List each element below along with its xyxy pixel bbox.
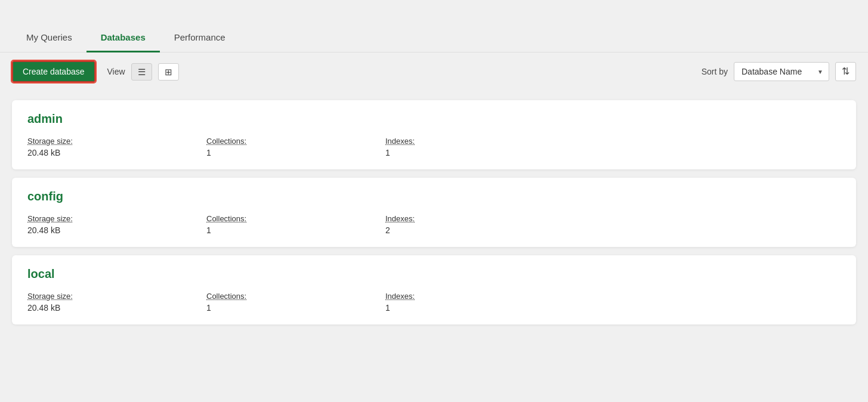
collections-label: Collections: bbox=[206, 137, 385, 146]
list-view-button[interactable]: ☰ bbox=[131, 63, 152, 81]
collections-stat: Collections: 1 bbox=[206, 292, 385, 313]
collections-stat: Collections: 1 bbox=[206, 137, 385, 157]
indexes-stat: Indexes: 1 bbox=[385, 137, 564, 157]
database-card: admin Storage size: 20.48 kB Collections… bbox=[12, 100, 856, 169]
sort-by-label: Sort by bbox=[702, 67, 728, 76]
sort-section: Sort by Database Name Size Collections ⇅ bbox=[702, 62, 856, 81]
collections-stat: Collections: 1 bbox=[206, 214, 385, 235]
database-stats: Storage size: 20.48 kB Collections: 1 In… bbox=[27, 214, 841, 235]
create-database-button[interactable]: Create database bbox=[12, 61, 95, 82]
collections-value: 1 bbox=[206, 148, 385, 157]
collections-label: Collections: bbox=[206, 214, 385, 223]
tab-performance[interactable]: Performance bbox=[160, 24, 240, 52]
window-controls bbox=[825, 0, 868, 12]
database-name[interactable]: config bbox=[27, 190, 841, 203]
tab-my-queries[interactable]: My Queries bbox=[12, 24, 87, 52]
content-area: admin Storage size: 20.48 kB Collections… bbox=[0, 91, 868, 402]
indexes-stat: Indexes: 2 bbox=[385, 214, 564, 235]
app-container: My Queries Databases Performance Create … bbox=[0, 0, 868, 402]
toolbar: Create database View ☰ ⊞ Sort by Databas… bbox=[0, 52, 868, 91]
sort-direction-button[interactable]: ⇅ bbox=[835, 62, 856, 81]
storage-size-stat: Storage size: 20.48 kB bbox=[27, 214, 206, 235]
indexes-stat: Indexes: 1 bbox=[385, 292, 564, 313]
indexes-value: 1 bbox=[385, 148, 564, 157]
database-card: config Storage size: 20.48 kB Collection… bbox=[12, 178, 856, 247]
storage-size-stat: Storage size: 20.48 kB bbox=[27, 137, 206, 157]
collections-label: Collections: bbox=[206, 292, 385, 301]
storage-size-label: Storage size: bbox=[27, 214, 206, 223]
indexes-value: 1 bbox=[385, 303, 564, 313]
indexes-label: Indexes: bbox=[385, 137, 564, 146]
storage-size-value: 20.48 kB bbox=[27, 225, 206, 235]
view-label: View bbox=[107, 67, 125, 76]
collections-value: 1 bbox=[206, 225, 385, 235]
storage-size-label: Storage size: bbox=[27, 137, 206, 146]
storage-size-stat: Storage size: 20.48 kB bbox=[27, 292, 206, 313]
grid-view-button[interactable]: ⊞ bbox=[158, 63, 179, 81]
tab-bar: My Queries Databases Performance bbox=[0, 0, 868, 52]
database-stats: Storage size: 20.48 kB Collections: 1 In… bbox=[27, 137, 841, 157]
database-name[interactable]: local bbox=[27, 267, 841, 281]
sort-select-wrapper: Database Name Size Collections bbox=[734, 62, 829, 81]
indexes-label: Indexes: bbox=[385, 292, 564, 301]
collections-value: 1 bbox=[206, 303, 385, 313]
database-stats: Storage size: 20.48 kB Collections: 1 In… bbox=[27, 292, 841, 313]
storage-size-value: 20.48 kB bbox=[27, 148, 206, 157]
database-card: local Storage size: 20.48 kB Collections… bbox=[12, 255, 856, 324]
storage-size-value: 20.48 kB bbox=[27, 303, 206, 313]
indexes-value: 2 bbox=[385, 225, 564, 235]
database-name[interactable]: admin bbox=[27, 112, 841, 126]
indexes-label: Indexes: bbox=[385, 214, 564, 223]
storage-size-label: Storage size: bbox=[27, 292, 206, 301]
tab-databases[interactable]: Databases bbox=[87, 24, 160, 52]
sort-select[interactable]: Database Name Size Collections bbox=[734, 62, 829, 81]
